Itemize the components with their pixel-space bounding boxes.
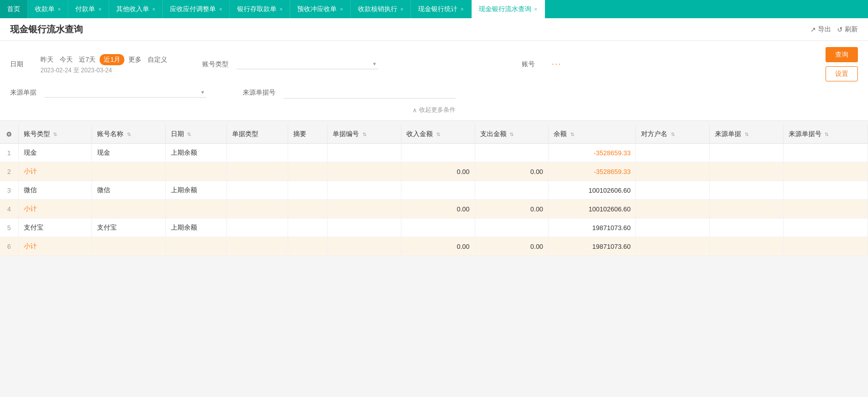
cell-source-doc	[710, 237, 784, 256]
cell-counterpart	[636, 237, 710, 256]
column-balance[interactable]: 余额 ⇅	[549, 125, 636, 144]
cell-expense	[475, 218, 549, 237]
account-type-filter-group: 账号类型 ▾	[202, 59, 507, 69]
date-opt-7days[interactable]: 近7天	[77, 54, 98, 65]
nav-cash-stats[interactable]: 现金银行统计 ×	[411, 0, 471, 18]
date-opt-custom[interactable]: 自定义	[146, 54, 169, 65]
cell-expense	[475, 144, 549, 162]
cell-summary	[288, 181, 328, 200]
collapse-bar[interactable]: ∧ 收起更多条件	[10, 104, 858, 116]
source-doc-no-input[interactable]	[284, 86, 455, 99]
source-doc-no-label: 来源单据号	[243, 88, 276, 97]
date-label: 日期	[10, 60, 30, 69]
cell-summary	[288, 200, 328, 218]
close-icon[interactable]: ×	[461, 6, 464, 12]
refresh-button[interactable]: ↺ 刷新	[837, 25, 858, 34]
cell-date: 上期余额	[165, 181, 226, 200]
cell-num: 6	[0, 237, 18, 256]
cell-income	[401, 181, 475, 200]
refresh-icon: ↺	[837, 26, 843, 33]
account-label: 账号	[522, 60, 542, 69]
date-range-display: 2023-02-24 至 2023-03-24	[40, 66, 169, 75]
column-gear[interactable]: ⚙	[0, 125, 18, 144]
cell-account-name	[92, 162, 166, 181]
filter-area: 日期 昨天 今天 近7天 近1月 更多 自定义 2023-02-24 至 202…	[0, 41, 868, 121]
column-account-name[interactable]: 账号名称 ⇅	[92, 125, 166, 144]
cell-balance: 19871073.60	[549, 237, 636, 256]
cell-source-doc-no	[783, 200, 867, 218]
close-icon[interactable]: ×	[400, 6, 403, 12]
nav-writeoff[interactable]: 收款核销执行 ×	[351, 0, 411, 18]
account-ellipsis-button[interactable]: ···	[550, 60, 564, 69]
date-opt-today[interactable]: 今天	[58, 54, 75, 65]
cell-account-type: 微信	[18, 181, 92, 200]
cell-doc-no	[328, 162, 401, 181]
cell-doc-type	[227, 237, 288, 256]
settings-button[interactable]: 设置	[826, 66, 858, 81]
nav-receipt[interactable]: 收款单 ×	[28, 0, 68, 18]
nav-home[interactable]: 首页	[0, 0, 28, 18]
table-body: 1 现金 现金 上期余额 -3528659.33 2 小计 0.00 0.00 …	[0, 144, 868, 256]
date-opt-more[interactable]: 更多	[126, 54, 144, 65]
close-icon[interactable]: ×	[152, 6, 155, 12]
cell-income	[401, 218, 475, 237]
column-income[interactable]: 收入金额 ⇅	[401, 125, 475, 144]
close-icon[interactable]: ×	[534, 6, 537, 12]
cell-source-doc-no	[783, 144, 867, 162]
close-icon[interactable]: ×	[280, 6, 283, 12]
cell-account-name: 微信	[92, 181, 166, 200]
table-row: 1 现金 现金 上期余额 -3528659.33	[0, 144, 868, 162]
column-date[interactable]: 日期 ⇅	[165, 125, 226, 144]
cell-source-doc-no	[783, 162, 867, 181]
nav-other-income[interactable]: 其他收入单 ×	[109, 0, 163, 18]
close-icon[interactable]: ×	[340, 6, 343, 12]
data-table: ⚙ 账号类型 ⇅ 账号名称 ⇅ 日期 ⇅ 单据类型 摘要 单据编号 ⇅ 收入金额…	[0, 125, 868, 256]
date-filter-group: 日期 昨天 今天 近7天 近1月 更多 自定义 2023-02-24 至 202…	[10, 54, 172, 75]
cell-account-type: 现金	[18, 144, 92, 162]
table-row: 2 小计 0.00 0.00 -3528659.33	[0, 162, 868, 181]
cell-balance: 19871073.60	[549, 218, 636, 237]
date-opt-yesterday[interactable]: 昨天	[38, 54, 56, 65]
source-doc-select[interactable]: ▾	[44, 87, 206, 98]
close-icon[interactable]: ×	[98, 6, 101, 12]
cell-balance: 100102606.60	[549, 200, 636, 218]
cell-counterpart	[636, 162, 710, 181]
filter-row-1: 日期 昨天 今天 近7天 近1月 更多 自定义 2023-02-24 至 202…	[10, 47, 858, 81]
column-account-type[interactable]: 账号类型 ⇅	[18, 125, 92, 144]
column-doc-type: 单据类型	[227, 125, 288, 144]
account-type-select[interactable]: ▾	[237, 59, 378, 69]
query-button[interactable]: 查询	[826, 47, 858, 62]
filter-row-2: 来源单据 ▾ 来源单据号	[10, 86, 858, 99]
nav-bank-deposit[interactable]: 银行存取款单 ×	[230, 0, 290, 18]
top-navigation: 首页 收款单 × 付款单 × 其他收入单 × 应收应付调整单 × 银行存取款单 …	[0, 0, 868, 18]
source-doc-filter-group: 来源单据 ▾	[10, 87, 212, 98]
cell-source-doc-no	[783, 218, 867, 237]
export-icon: ↗	[810, 26, 816, 33]
date-opt-1month[interactable]: 近1月	[100, 54, 124, 65]
account-type-label: 账号类型	[202, 60, 229, 69]
source-doc-label: 来源单据	[10, 88, 36, 97]
chevron-down-icon: ▾	[373, 61, 376, 67]
close-icon[interactable]: ×	[219, 6, 222, 12]
cell-doc-type	[227, 218, 288, 237]
column-doc-no[interactable]: 单据编号 ⇅	[328, 125, 401, 144]
nav-adjustment[interactable]: 应收应付调整单 ×	[163, 0, 230, 18]
table-row: 6 小计 0.00 0.00 19871073.60	[0, 237, 868, 256]
nav-payment[interactable]: 付款单 ×	[68, 0, 109, 18]
column-source-doc-no[interactable]: 来源单据号 ⇅	[783, 125, 867, 144]
cell-doc-no	[328, 144, 401, 162]
column-counterpart[interactable]: 对方户名 ⇅	[636, 125, 710, 144]
export-button[interactable]: ↗ 导出	[810, 25, 831, 34]
cell-balance: 100102606.60	[549, 181, 636, 200]
close-icon[interactable]: ×	[58, 6, 61, 12]
cell-num: 3	[0, 181, 18, 200]
account-filter-group: 账号 ···	[522, 60, 826, 69]
cell-balance: -3528659.33	[549, 144, 636, 162]
cell-num: 2	[0, 162, 18, 181]
cell-date: 上期余额	[165, 144, 226, 162]
cell-doc-type	[227, 144, 288, 162]
nav-cash-flow[interactable]: 现金银行流水查询 ×	[472, 0, 545, 18]
column-expense[interactable]: 支出金额 ⇅	[475, 125, 549, 144]
column-source-doc[interactable]: 来源单据 ⇅	[710, 125, 784, 144]
nav-prepayment[interactable]: 预收冲应收单 ×	[290, 0, 350, 18]
